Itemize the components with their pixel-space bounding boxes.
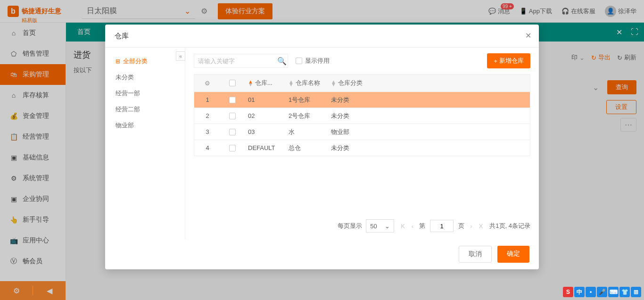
plus-icon: + (494, 58, 497, 65)
checkbox-icon (229, 97, 236, 103)
modal-body: 全部分类 未分类 经营一部 经营二部 物业部 « 🔍 显示停用 (105, 47, 539, 239)
last-page-button[interactable]: X (478, 222, 484, 231)
first-page-button[interactable]: K (400, 222, 406, 231)
modal-title: 仓库 (115, 32, 129, 41)
ime-toolbar: S 中 • 🎤 ⌨ 👕 ⊞ (563, 287, 641, 297)
warehouse-modal: 仓库 ✕ 全部分类 未分类 经营一部 经营二部 物业部 « 🔍 (105, 25, 539, 269)
ime-mic-icon[interactable]: 🎤 (597, 287, 607, 297)
cell-category: 未分类 (327, 96, 530, 104)
category-item[interactable]: 经营二部 (105, 101, 185, 117)
spacer (194, 156, 530, 213)
modal-close-button[interactable]: ✕ (525, 31, 531, 40)
header-label: 仓库名称 (296, 79, 320, 87)
ime-logo-icon[interactable]: S (563, 287, 573, 297)
category-panel: 全部分类 未分类 经营一部 经营二部 物业部 « (105, 48, 185, 239)
table-panel: 🔍 显示停用 + 新增仓库 ⚙ ▲▼仓库... (185, 48, 539, 239)
checkbox-icon (229, 129, 236, 135)
add-label: 新增仓库 (499, 57, 524, 65)
cell-code: 03 (244, 128, 285, 135)
modal-toolbar: 🔍 显示停用 + 新增仓库 (194, 53, 530, 68)
add-warehouse-button[interactable]: + 新增仓库 (487, 53, 530, 68)
cell-code: DEFAULT (244, 144, 285, 151)
checkbox-icon (229, 145, 236, 151)
next-page-button[interactable]: › (469, 222, 473, 231)
cell-index: 4 (194, 144, 221, 151)
page-suffix: 页 (458, 222, 464, 230)
page-size-label: 每页显示 (338, 222, 362, 230)
category-all[interactable]: 全部分类 (105, 53, 185, 69)
checkbox-icon (229, 80, 236, 86)
category-label: 物业部 (116, 122, 134, 129)
header-checkbox[interactable] (221, 80, 244, 86)
modal-footer: 取消 确定 (105, 239, 539, 269)
page-size: 每页显示 50 ⌄ (338, 219, 394, 233)
search-icon[interactable]: 🔍 (277, 57, 287, 66)
search-box: 🔍 (194, 54, 288, 68)
ime-tool-icon[interactable]: ⊞ (631, 287, 641, 297)
cell-category: 未分类 (327, 112, 530, 120)
cell-name: 水 (285, 128, 327, 136)
category-label: 未分类 (116, 74, 134, 81)
checkbox-icon (296, 58, 302, 64)
show-disabled-checkbox[interactable]: 显示停用 (296, 57, 330, 65)
header-category[interactable]: ▲▼仓库分类 (327, 79, 530, 87)
category-item[interactable]: 经营一部 (105, 85, 185, 101)
cell-checkbox[interactable] (221, 97, 244, 103)
cell-name: 1号仓库 (285, 96, 327, 104)
category-label: 全部分类 (123, 57, 148, 66)
cell-index: 3 (194, 128, 221, 135)
checkbox-icon (229, 113, 236, 119)
page-prefix: 第 (419, 222, 425, 230)
table-row[interactable]: 3 03 水 物业部 (194, 124, 530, 140)
header-code[interactable]: ▲▼仓库... (244, 79, 285, 87)
table-row[interactable]: 2 02 2号仓库 未分类 (194, 108, 530, 124)
sort-icon: ▲▼ (331, 80, 336, 86)
warehouse-table: ⚙ ▲▼仓库... ▲▼仓库名称 ▲▼仓库分类 1 01 1号仓库 未分类 (194, 74, 530, 156)
table-header: ⚙ ▲▼仓库... ▲▼仓库名称 ▲▼仓库分类 (194, 75, 530, 92)
chevron-down-icon: ⌄ (385, 223, 390, 230)
ime-skin-icon[interactable]: 👕 (619, 287, 630, 297)
header-label: 仓库... (255, 79, 272, 87)
table-body: 1 01 1号仓库 未分类 2 02 2号仓库 未分类 (194, 92, 530, 156)
cancel-button[interactable]: 取消 (459, 246, 492, 263)
pagination: 每页显示 50 ⌄ K ‹ 第 页 › X (194, 213, 530, 239)
checkbox-label: 显示停用 (305, 57, 330, 65)
cell-checkbox[interactable] (221, 113, 244, 119)
gear-icon: ⚙ (205, 80, 210, 87)
ime-lang-icon[interactable]: 中 (574, 287, 585, 297)
cell-category: 未分类 (327, 144, 530, 152)
cell-checkbox[interactable] (221, 129, 244, 135)
page-size-value: 50 (370, 223, 377, 230)
ime-punct-icon[interactable]: • (586, 287, 596, 297)
page-size-select[interactable]: 50 ⌄ (366, 219, 394, 233)
page-input[interactable] (430, 220, 454, 232)
cell-checkbox[interactable] (221, 145, 244, 151)
cell-code: 01 (244, 96, 285, 103)
header-settings[interactable]: ⚙ (194, 80, 221, 87)
cell-index: 1 (194, 96, 221, 103)
page-summary: 共1页, 4条记录 (489, 222, 530, 230)
category-item[interactable]: 未分类 (105, 69, 185, 85)
search-input[interactable] (198, 58, 277, 65)
cell-index: 2 (194, 112, 221, 119)
header-name[interactable]: ▲▼仓库名称 (285, 79, 327, 87)
sort-icon: ▲▼ (248, 80, 253, 86)
category-label: 经营二部 (116, 106, 140, 113)
modal-header: 仓库 ✕ (105, 25, 539, 47)
collapse-panel-button[interactable]: « (176, 51, 185, 61)
cell-name: 2号仓库 (285, 112, 327, 120)
cell-code: 02 (244, 112, 285, 119)
confirm-button[interactable]: 确定 (497, 246, 529, 263)
ime-keyboard-icon[interactable]: ⌨ (608, 287, 619, 297)
category-label: 经营一部 (116, 90, 140, 97)
modal-overlay: 仓库 ✕ 全部分类 未分类 经营一部 经营二部 物业部 « 🔍 (0, 0, 644, 300)
table-row[interactable]: 4 DEFAULT 总仓 未分类 (194, 140, 530, 156)
category-item[interactable]: 物业部 (105, 117, 185, 133)
cell-name: 总仓 (285, 144, 327, 152)
cell-category: 物业部 (327, 128, 530, 136)
header-label: 仓库分类 (338, 79, 363, 87)
prev-page-button[interactable]: ‹ (411, 222, 414, 231)
sort-icon: ▲▼ (289, 80, 294, 86)
page-nav: K ‹ 第 页 › X (400, 220, 484, 232)
table-row[interactable]: 1 01 1号仓库 未分类 (194, 92, 530, 108)
